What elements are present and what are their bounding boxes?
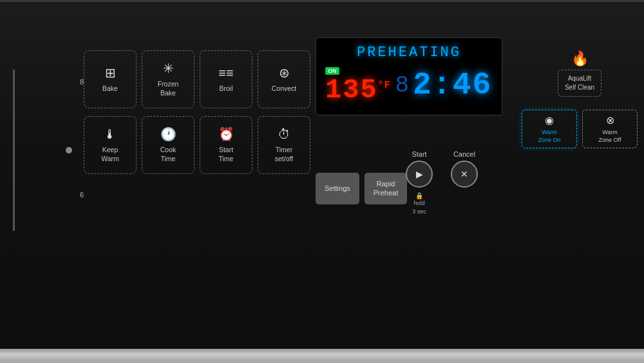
warm-zone-off-icon: ⊗ bbox=[606, 114, 614, 126]
start-group: Start ▶ 🔒 hold3 sec bbox=[406, 150, 433, 215]
cancel-icon: ✕ bbox=[460, 169, 468, 179]
dial-area: 8 6 bbox=[0, 54, 77, 247]
display-separator: 8 bbox=[395, 72, 409, 99]
bake-icon: ⊞ bbox=[105, 65, 116, 81]
button-row-2: 🌡 KeepWarm 🕐 CookTime ⏰ StartTime ⏱ Time… bbox=[84, 116, 316, 174]
aqualift-button[interactable]: AquaLiftSelf Clean bbox=[558, 70, 601, 97]
bottom-edge bbox=[0, 349, 644, 360]
broil-label: Broil bbox=[219, 84, 232, 93]
cancel-button[interactable]: ✕ bbox=[451, 161, 478, 188]
flame-icon: 🔥 bbox=[571, 50, 589, 67]
cancel-label: Cancel bbox=[453, 150, 475, 158]
rapid-preheat-button[interactable]: RapidPreheat bbox=[365, 173, 408, 204]
warm-zone-off-button[interactable]: ⊗ WarmZone Off bbox=[582, 110, 638, 148]
convect-label: Convect bbox=[272, 84, 297, 93]
temperature-dial[interactable]: 8 6 bbox=[13, 70, 64, 231]
convect-button[interactable]: ⊛ Convect bbox=[258, 50, 310, 108]
keep-warm-icon: 🌡 bbox=[104, 127, 117, 142]
broil-icon: ≡≡ bbox=[218, 66, 233, 81]
hold-text: hold3 sec bbox=[412, 199, 426, 215]
on-badge: ON bbox=[325, 67, 339, 75]
frozen-bake-icon: ✳ bbox=[163, 61, 174, 76]
broil-button[interactable]: ≡≡ Broil bbox=[200, 50, 252, 108]
warm-zone-row: ◉ WarmZone On ⊗ WarmZone Off bbox=[522, 110, 638, 148]
display-row: ON 135°F 8 2:46 bbox=[325, 64, 493, 106]
start-cancel-section: Start ▶ 🔒 hold3 sec Cancel ✕ bbox=[406, 150, 478, 215]
timer-setoff-button[interactable]: ⏱ Timerset/off bbox=[258, 116, 310, 174]
keep-warm-button[interactable]: 🌡 KeepWarm bbox=[84, 116, 137, 174]
bake-button[interactable]: ⊞ Bake bbox=[84, 50, 137, 108]
start-time-label: StartTime bbox=[219, 146, 234, 163]
button-row-1: ⊞ Bake ✳ FrozenBake ≡≡ Broil ⊛ Convect bbox=[84, 50, 316, 108]
warm-zone-off-label: WarmZone Off bbox=[599, 129, 621, 144]
start-label: Start bbox=[412, 150, 426, 158]
timer-setoff-label: Timerset/off bbox=[275, 146, 293, 163]
temperature-display: 135°F bbox=[325, 75, 391, 106]
convect-icon: ⊛ bbox=[279, 65, 290, 81]
keep-warm-label: KeepWarm bbox=[101, 146, 119, 163]
warm-zone-on-button[interactable]: ◉ WarmZone On bbox=[522, 110, 577, 148]
oven-panel: 8 6 ⊞ Bake ✳ FrozenBake ≡≡ Broil ⊛ Conve… bbox=[0, 0, 644, 363]
frozen-bake-button[interactable]: ✳ FrozenBake bbox=[142, 50, 194, 108]
display-section: PREHEATING ON 135°F 8 2:46 bbox=[316, 37, 502, 115]
temp-unit: °F bbox=[378, 80, 392, 90]
controls-section: ⊞ Bake ✳ FrozenBake ≡≡ Broil ⊛ Convect 🌡… bbox=[84, 50, 316, 182]
display-box: PREHEATING ON 135°F 8 2:46 bbox=[316, 37, 502, 115]
aqualift-area: 🔥 AquaLiftSelf Clean bbox=[522, 50, 638, 97]
timer-setoff-icon: ⏱ bbox=[278, 127, 290, 142]
lock-icon: 🔒 bbox=[415, 192, 423, 199]
time-display: 2:46 bbox=[413, 68, 492, 103]
cook-time-label: CookTime bbox=[160, 146, 176, 163]
frozen-bake-label: FrozenBake bbox=[158, 80, 179, 97]
warm-zone-on-icon: ◉ bbox=[545, 114, 554, 126]
start-time-icon: ⏰ bbox=[218, 126, 234, 142]
preheating-status: PREHEATING bbox=[325, 44, 493, 61]
right-panel: 🔥 AquaLiftSelf Clean ◉ WarmZone On ⊗ War… bbox=[522, 50, 638, 148]
cancel-group: Cancel ✕ bbox=[451, 150, 478, 215]
action-buttons: Settings RapidPreheat bbox=[316, 173, 407, 204]
warm-zone-on-label: WarmZone On bbox=[538, 129, 560, 144]
bake-label: Bake bbox=[102, 84, 118, 93]
start-button[interactable]: ▶ bbox=[406, 161, 433, 188]
start-icon: ▶ bbox=[416, 169, 423, 179]
settings-button[interactable]: Settings bbox=[316, 173, 359, 204]
dial-number-6: 6 bbox=[80, 191, 84, 199]
cook-time-icon: 🕐 bbox=[160, 126, 176, 142]
start-time-button[interactable]: ⏰ StartTime bbox=[200, 116, 252, 174]
cook-time-button[interactable]: 🕐 CookTime bbox=[142, 116, 194, 174]
